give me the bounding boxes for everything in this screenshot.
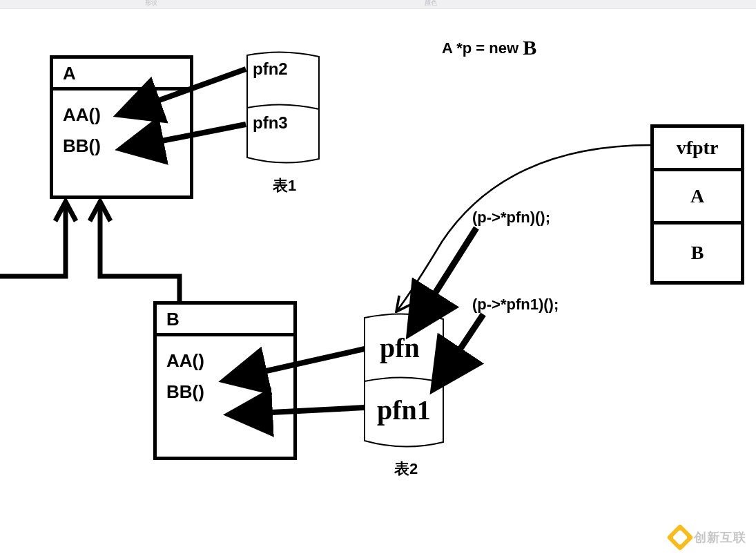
class-A-method-AA: AA() bbox=[63, 104, 180, 126]
object-row-B: B bbox=[654, 225, 741, 281]
inheritance-arrowhead-right bbox=[90, 202, 110, 221]
curve-vfptr-to-table2 bbox=[397, 145, 652, 311]
vtable-1: pfn2 pfn3 bbox=[242, 50, 324, 166]
object-row-A: A bbox=[654, 171, 741, 225]
class-B-method-BB: BB() bbox=[166, 381, 284, 403]
diagram-canvas: { "ribbon": { "group1": "形状", "group2": … bbox=[0, 0, 756, 554]
vtable-1-row-0: pfn2 bbox=[253, 59, 288, 79]
class-B-title: B bbox=[157, 305, 293, 336]
inheritance-arrowhead-left bbox=[55, 202, 76, 221]
code-text: A *p = new bbox=[442, 39, 518, 57]
expression-new: A *p = new B bbox=[442, 35, 536, 58]
class-B-box: B AA() BB() bbox=[153, 301, 297, 460]
class-A-title: A bbox=[53, 59, 190, 90]
object-row-vfptr: vfptr bbox=[654, 128, 741, 171]
vtable-1-row-1: pfn3 bbox=[253, 113, 288, 133]
watermark: 创新互联 bbox=[670, 528, 746, 547]
class-A-body: AA() BB() bbox=[53, 90, 190, 171]
vtable-1-caption: 表1 bbox=[257, 175, 312, 196]
ribbon-group-shape: 形状 bbox=[145, 0, 157, 8]
ribbon-hint: 形状 颜色 bbox=[0, 0, 756, 9]
class-B-method-AA: AA() bbox=[166, 350, 284, 372]
class-B-body: AA() BB() bbox=[157, 336, 293, 417]
vtable-2: pfn pfn1 bbox=[359, 311, 449, 449]
watermark-logo-icon bbox=[666, 524, 694, 551]
object-layout: vfptr A B bbox=[650, 124, 744, 285]
class-A-method-BB: BB() bbox=[63, 135, 180, 157]
ribbon-group-color: 颜色 bbox=[425, 0, 437, 8]
call-expr-pfn: (p->*pfn)(); bbox=[472, 209, 550, 227]
vtable-2-caption: 表2 bbox=[378, 459, 434, 479]
class-A-box: A AA() BB() bbox=[50, 55, 193, 199]
call-expr-pfn1: (p->*pfn1)(); bbox=[472, 296, 559, 314]
vtable-2-row-0: pfn bbox=[380, 332, 420, 364]
inheritance-elbow bbox=[100, 207, 180, 301]
vtable-2-row-1: pfn1 bbox=[377, 394, 431, 426]
watermark-text: 创新互联 bbox=[694, 529, 746, 546]
inheritance-left-stub bbox=[0, 207, 66, 276]
handwritten-B: B bbox=[523, 36, 536, 59]
